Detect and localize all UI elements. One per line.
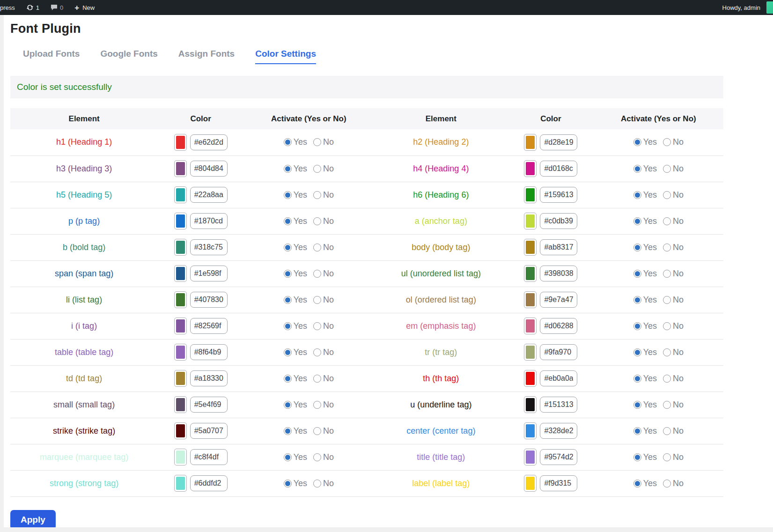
color-swatch[interactable] <box>524 318 537 334</box>
my-account-link[interactable]: Howdy, admin <box>717 0 773 15</box>
tab-upload-fonts[interactable]: Upload Fonts <box>23 49 80 64</box>
radio-no[interactable] <box>313 191 321 199</box>
radio-no[interactable] <box>313 348 321 356</box>
hex-input[interactable] <box>190 344 228 360</box>
hex-input[interactable] <box>540 318 577 334</box>
tab-color-settings[interactable]: Color Settings <box>255 49 316 64</box>
radio-no[interactable] <box>313 270 321 278</box>
site-name-link[interactable]: press <box>0 0 21 15</box>
radio-yes[interactable] <box>633 244 641 251</box>
hex-input[interactable] <box>540 397 577 413</box>
comments-link[interactable]: 0 <box>45 0 69 15</box>
radio-yes[interactable] <box>633 270 641 278</box>
radio-no[interactable] <box>313 427 321 435</box>
color-swatch[interactable] <box>174 344 187 361</box>
color-swatch[interactable] <box>174 213 187 229</box>
color-swatch[interactable] <box>524 396 537 413</box>
color-swatch[interactable] <box>524 186 537 203</box>
radio-yes[interactable] <box>284 296 292 304</box>
radio-no[interactable] <box>313 165 321 173</box>
hex-input[interactable] <box>190 161 228 177</box>
hex-input[interactable] <box>190 318 228 334</box>
avatar[interactable] <box>766 1 773 14</box>
radio-no[interactable] <box>313 322 321 330</box>
radio-no[interactable] <box>663 217 671 225</box>
hex-input[interactable] <box>540 370 577 386</box>
radio-yes[interactable] <box>284 165 292 173</box>
color-swatch[interactable] <box>174 318 187 334</box>
radio-yes[interactable] <box>284 427 292 435</box>
radio-yes[interactable] <box>284 191 292 199</box>
radio-yes[interactable] <box>284 348 292 356</box>
hex-input[interactable] <box>190 292 228 308</box>
radio-yes[interactable] <box>633 375 641 383</box>
radio-yes[interactable] <box>633 191 641 199</box>
radio-yes[interactable] <box>284 401 292 409</box>
color-swatch[interactable] <box>524 370 537 387</box>
radio-yes[interactable] <box>633 138 641 146</box>
radio-no[interactable] <box>313 401 321 409</box>
color-swatch[interactable] <box>524 291 537 308</box>
color-swatch[interactable] <box>174 396 187 413</box>
hex-input[interactable] <box>540 423 577 439</box>
radio-no[interactable] <box>663 401 671 409</box>
color-swatch[interactable] <box>174 291 187 308</box>
color-swatch[interactable] <box>524 265 537 282</box>
color-swatch[interactable] <box>174 475 187 492</box>
hex-input[interactable] <box>190 475 228 491</box>
hex-input[interactable] <box>190 187 228 203</box>
color-swatch[interactable] <box>524 213 537 229</box>
radio-no[interactable] <box>663 244 671 251</box>
radio-yes[interactable] <box>284 138 292 146</box>
radio-yes[interactable] <box>284 375 292 383</box>
hex-input[interactable] <box>540 239 577 255</box>
radio-no[interactable] <box>663 322 671 330</box>
radio-no[interactable] <box>663 427 671 435</box>
color-swatch[interactable] <box>174 265 187 282</box>
radio-no[interactable] <box>663 296 671 304</box>
radio-no[interactable] <box>663 270 671 278</box>
radio-yes[interactable] <box>284 270 292 278</box>
radio-no[interactable] <box>663 348 671 356</box>
radio-no[interactable] <box>313 296 321 304</box>
radio-no[interactable] <box>663 453 671 461</box>
color-swatch[interactable] <box>524 422 537 439</box>
radio-no[interactable] <box>313 453 321 461</box>
color-swatch[interactable] <box>174 239 187 256</box>
color-swatch[interactable] <box>524 239 537 256</box>
radio-no[interactable] <box>313 138 321 146</box>
color-swatch[interactable] <box>174 449 187 466</box>
color-swatch[interactable] <box>174 422 187 439</box>
hex-input[interactable] <box>540 187 577 203</box>
tab-assign-fonts[interactable]: Assign Fonts <box>178 49 235 64</box>
hex-input[interactable] <box>190 397 228 413</box>
hex-input[interactable] <box>190 213 228 229</box>
radio-yes[interactable] <box>284 480 292 488</box>
apply-button[interactable]: Apply <box>10 510 56 530</box>
radio-no[interactable] <box>313 244 321 251</box>
radio-no[interactable] <box>663 375 671 383</box>
radio-yes[interactable] <box>633 453 641 461</box>
radio-no[interactable] <box>313 375 321 383</box>
radio-yes[interactable] <box>633 322 641 330</box>
radio-yes[interactable] <box>633 427 641 435</box>
color-swatch[interactable] <box>524 449 537 466</box>
hex-input[interactable] <box>190 239 228 255</box>
tab-google-fonts[interactable]: Google Fonts <box>100 49 157 64</box>
radio-no[interactable] <box>313 217 321 225</box>
color-swatch[interactable] <box>524 134 537 151</box>
hex-input[interactable] <box>540 266 577 281</box>
hex-input[interactable] <box>190 134 228 150</box>
radio-no[interactable] <box>313 480 321 488</box>
radio-yes[interactable] <box>633 296 641 304</box>
hex-input[interactable] <box>190 449 228 465</box>
hex-input[interactable] <box>540 161 577 177</box>
radio-yes[interactable] <box>633 165 641 173</box>
hex-input[interactable] <box>190 370 228 386</box>
hex-input[interactable] <box>540 475 577 491</box>
radio-yes[interactable] <box>633 480 641 488</box>
color-swatch[interactable] <box>524 344 537 361</box>
new-content-link[interactable]: + New <box>69 0 100 15</box>
color-swatch[interactable] <box>524 160 537 177</box>
hex-input[interactable] <box>540 134 577 150</box>
